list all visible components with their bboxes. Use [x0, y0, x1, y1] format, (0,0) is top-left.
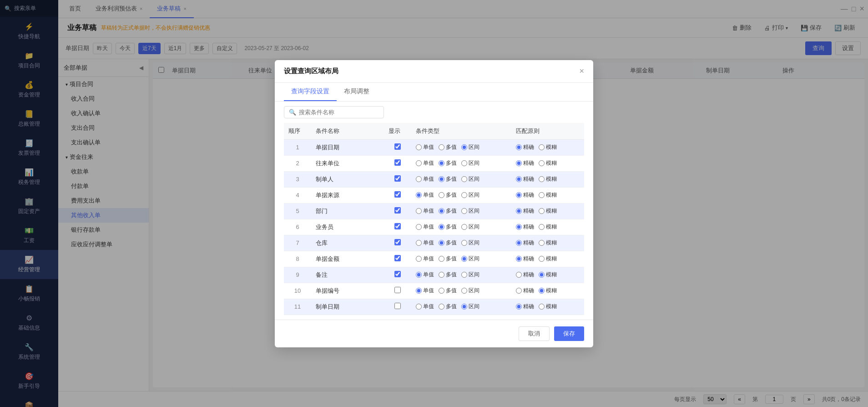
condition-option[interactable]: 单值 — [416, 271, 434, 279]
modal-tab-field-settings[interactable]: 查询字段设置 — [284, 83, 337, 101]
condition-option[interactable]: 单值 — [416, 287, 434, 295]
match-option[interactable]: 精确 — [516, 255, 534, 263]
table-row: 10单据编号单值多值区间精确模糊 — [284, 283, 584, 299]
match-option[interactable]: 模糊 — [539, 159, 557, 167]
table-row: 7仓库单值多值区间精确模糊 — [284, 235, 584, 251]
match-option[interactable]: 精确 — [516, 287, 534, 295]
save-button[interactable]: 保存 — [554, 326, 584, 341]
match-option[interactable]: 模糊 — [539, 271, 557, 279]
match-option[interactable]: 模糊 — [539, 143, 557, 151]
modal-title: 设置查询区域布局 — [284, 67, 338, 76]
table-row: 1单据日期单值多值区间精确模糊 — [284, 139, 584, 155]
name-cell: 部门 — [311, 203, 384, 219]
match-cell: 精确模糊 — [511, 219, 584, 235]
seq-cell: 10 — [284, 283, 311, 299]
condition-option[interactable]: 多值 — [439, 287, 457, 295]
show-checkbox[interactable] — [394, 239, 401, 245]
match-option[interactable]: 模糊 — [539, 239, 557, 247]
match-cell: 精确模糊 — [511, 139, 584, 155]
condition-option[interactable]: 多值 — [439, 271, 457, 279]
match-option[interactable]: 模糊 — [539, 303, 557, 310]
match-option[interactable]: 精确 — [516, 303, 534, 310]
match-option[interactable]: 模糊 — [539, 223, 557, 231]
condition-option[interactable]: 区间 — [461, 239, 479, 247]
table-row: 6业务员单值多值区间精确模糊 — [284, 219, 584, 235]
match-cell: 精确模糊 — [511, 235, 584, 251]
modal-search-box[interactable]: 🔍 — [284, 106, 384, 118]
match-option[interactable]: 模糊 — [539, 175, 557, 183]
condition-option[interactable]: 区间 — [461, 223, 479, 231]
condition-option[interactable]: 多值 — [439, 175, 457, 183]
condition-cell: 单值多值区间 — [411, 203, 511, 219]
condition-option[interactable]: 多值 — [439, 143, 457, 151]
condition-option[interactable]: 区间 — [461, 143, 479, 151]
condition-option[interactable]: 单值 — [416, 175, 434, 183]
match-option[interactable]: 精确 — [516, 207, 534, 215]
show-checkbox[interactable] — [394, 255, 401, 261]
condition-option[interactable]: 单值 — [416, 159, 434, 167]
modal-table: 顺序 条件名称 显示 条件类型 匹配原则 1单据日期单值多值区间精确模糊2往来单… — [284, 123, 584, 315]
condition-option[interactable]: 多值 — [439, 223, 457, 231]
match-cell: 精确模糊 — [511, 267, 584, 283]
condition-option[interactable]: 单值 — [416, 207, 434, 215]
table-row: 11制单日期单值多值区间精确模糊 — [284, 299, 584, 315]
match-option[interactable]: 模糊 — [539, 191, 557, 199]
match-option[interactable]: 精确 — [516, 175, 534, 183]
match-option[interactable]: 精确 — [516, 271, 534, 279]
match-option[interactable]: 模糊 — [539, 287, 557, 295]
condition-option[interactable]: 多值 — [439, 207, 457, 215]
condition-option[interactable]: 多值 — [439, 303, 457, 310]
condition-option[interactable]: 区间 — [461, 207, 479, 215]
match-cell: 精确模糊 — [511, 283, 584, 299]
condition-option[interactable]: 单值 — [416, 191, 434, 199]
name-cell: 单据金额 — [311, 251, 384, 267]
modal-search-input[interactable] — [299, 109, 372, 116]
show-checkbox[interactable] — [394, 303, 401, 309]
modal-close-btn[interactable]: × — [579, 66, 584, 76]
match-option[interactable]: 精确 — [516, 143, 534, 151]
condition-option[interactable]: 单值 — [416, 143, 434, 151]
show-checkbox[interactable] — [394, 287, 401, 293]
show-checkbox[interactable] — [394, 191, 401, 198]
show-checkbox[interactable] — [394, 207, 401, 214]
condition-option[interactable]: 单值 — [416, 303, 434, 310]
match-option[interactable]: 精确 — [516, 159, 534, 167]
cancel-button[interactable]: 取消 — [519, 326, 550, 341]
condition-option[interactable]: 多值 — [439, 255, 457, 263]
match-option[interactable]: 精确 — [516, 191, 534, 199]
match-option[interactable]: 精确 — [516, 223, 534, 231]
match-option[interactable]: 精确 — [516, 239, 534, 247]
condition-option[interactable]: 区间 — [461, 255, 479, 263]
seq-cell: 7 — [284, 235, 311, 251]
condition-option[interactable]: 区间 — [461, 287, 479, 295]
show-checkbox[interactable] — [394, 271, 401, 277]
modal-tab-layout-adjust[interactable]: 布局调整 — [337, 83, 377, 101]
table-row: 2往来单位单值多值区间精确模糊 — [284, 155, 584, 171]
condition-option[interactable]: 多值 — [439, 159, 457, 167]
modal-search-area: 🔍 — [275, 102, 593, 123]
show-checkbox[interactable] — [394, 143, 401, 150]
condition-option[interactable]: 单值 — [416, 255, 434, 263]
show-checkbox[interactable] — [394, 175, 401, 182]
condition-option[interactable]: 多值 — [439, 239, 457, 247]
condition-cell: 单值多值区间 — [411, 267, 511, 283]
condition-option[interactable]: 多值 — [439, 191, 457, 199]
condition-option[interactable]: 单值 — [416, 239, 434, 247]
condition-option[interactable]: 单值 — [416, 223, 434, 231]
show-checkbox[interactable] — [394, 159, 401, 166]
show-checkbox[interactable] — [394, 223, 401, 229]
condition-option[interactable]: 区间 — [461, 159, 479, 167]
condition-option[interactable]: 区间 — [461, 175, 479, 183]
match-option[interactable]: 模糊 — [539, 207, 557, 215]
condition-option[interactable]: 区间 — [461, 271, 479, 279]
show-cell — [384, 139, 411, 155]
name-cell: 制单日期 — [311, 299, 384, 315]
match-option[interactable]: 模糊 — [539, 255, 557, 263]
table-row: 9备注单值多值区间精确模糊 — [284, 267, 584, 283]
condition-cell: 单值多值区间 — [411, 155, 511, 171]
condition-option[interactable]: 区间 — [461, 303, 479, 310]
match-cell: 精确模糊 — [511, 203, 584, 219]
modal-overlay[interactable]: 设置查询区域布局 × 查询字段设置 布局调整 🔍 顺序 条件名称 — [0, 0, 868, 407]
condition-option[interactable]: 区间 — [461, 191, 479, 199]
match-cell: 精确模糊 — [511, 155, 584, 171]
